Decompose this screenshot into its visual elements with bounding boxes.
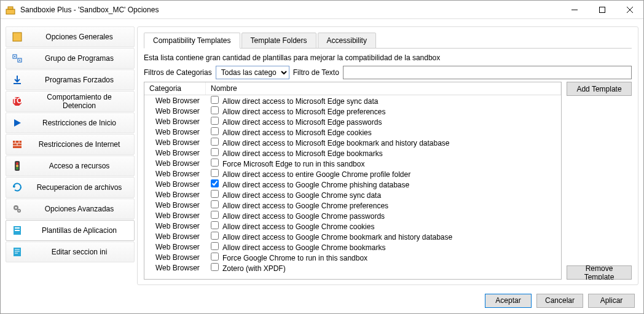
row-name: Allow direct access to entire Google Chr… — [222, 170, 410, 179]
row-checkbox[interactable] — [211, 179, 219, 187]
sidebar-item-ini[interactable]: Editar seccion ini — [6, 241, 135, 262]
table-row[interactable]: Web BrowserAllow direct access to Google… — [144, 241, 561, 252]
ini-icon — [11, 246, 23, 258]
row-name: Zotero (with XPDF) — [222, 264, 286, 273]
row-checkbox[interactable] — [211, 190, 219, 198]
row-checkbox[interactable] — [211, 96, 219, 104]
row-checkbox[interactable] — [211, 200, 219, 208]
sidebar-item-label: Plantillas de Aplicacion — [29, 226, 129, 235]
svg-marker-14 — [14, 119, 21, 127]
table-row[interactable]: Web BrowserAllow direct access to entire… — [144, 168, 561, 179]
forced-icon — [11, 74, 23, 86]
row-checkbox[interactable] — [211, 138, 219, 146]
row-name: Allow direct access to Google Chrome coo… — [222, 222, 374, 231]
row-category: Web Browser — [149, 138, 211, 147]
table-row[interactable]: Web BrowserAllow direct access to Google… — [144, 200, 561, 210]
sidebar-item-gears[interactable]: Opciones Avanzadas — [6, 198, 135, 219]
table-row[interactable]: Web BrowserForce Google Chrome to run in… — [144, 252, 561, 262]
table-row[interactable]: Web BrowserForce Microsoft Edge to run i… — [144, 158, 561, 168]
sidebar-item-firewall[interactable]: Restricciones de Internet — [6, 134, 135, 155]
sidebar-item-forced[interactable]: Programas Forzados — [6, 69, 135, 90]
svg-point-22 — [16, 162, 18, 165]
sidebar-item-stop[interactable]: STOPComportamiento de Detencion — [6, 91, 135, 112]
add-template-button[interactable]: Add Template — [567, 82, 632, 96]
tab-template-folders[interactable]: Template Folders — [242, 33, 316, 49]
row-category: Web Browser — [149, 201, 211, 210]
apply-button[interactable]: Aplicar — [588, 294, 635, 308]
row-name: Force Google Chrome to run in this sandb… — [222, 254, 367, 262]
header-name[interactable]: Nombre — [206, 82, 561, 95]
table-row[interactable]: Web BrowserZotero (with XPDF) — [144, 262, 561, 273]
header-category[interactable]: Categoria — [144, 82, 206, 95]
row-checkbox[interactable] — [211, 148, 219, 156]
row-checkbox[interactable] — [211, 263, 219, 271]
cancel-button[interactable]: Cancelar — [536, 294, 583, 308]
side-buttons: Add Template Remove Template — [567, 82, 632, 280]
row-checkbox[interactable] — [211, 211, 219, 219]
tab-compatibility-templates[interactable]: Compatibility Templates — [144, 33, 240, 49]
sidebar-item-label: Opciones Avanzadas — [29, 205, 129, 213]
row-name-cell: Allow direct access to Microsoft Edge bo… — [211, 148, 556, 158]
row-category: Web Browser — [149, 264, 211, 272]
table-row[interactable]: Web BrowserAllow direct access to Micros… — [144, 95, 561, 106]
sidebar-item-group[interactable]: Grupo de Programas — [6, 48, 135, 69]
row-name-cell: Allow direct access to Google Chrome boo… — [211, 232, 556, 241]
table-row[interactable]: Web BrowserAllow direct access to Micros… — [144, 127, 561, 137]
sidebar-item-template[interactable]: Plantillas de Aplicacion — [6, 220, 135, 241]
row-checkbox[interactable] — [211, 232, 219, 240]
svg-rect-1 — [8, 7, 13, 9]
svg-rect-6 — [13, 33, 22, 41]
row-checkbox[interactable] — [211, 159, 219, 167]
table-body[interactable]: Web BrowserAllow direct access to Micros… — [144, 95, 561, 279]
tab-bar: Compatibility TemplatesTemplate FoldersA… — [144, 32, 632, 49]
table-row[interactable]: Web BrowserAllow direct access to Google… — [144, 179, 561, 189]
row-checkbox[interactable] — [211, 127, 219, 135]
sidebar-item-recover[interactable]: Recuperacion de archivos — [6, 177, 135, 198]
svg-rect-3 — [599, 7, 605, 12]
row-name-cell: Allow direct access to Google Chrome syn… — [211, 190, 556, 200]
table-row[interactable]: Web BrowserAllow direct access to Google… — [144, 231, 561, 241]
svg-rect-32 — [15, 230, 20, 231]
svg-point-24 — [16, 167, 18, 170]
row-category: Web Browser — [149, 170, 211, 178]
close-button[interactable] — [616, 1, 643, 19]
row-checkbox[interactable] — [211, 169, 219, 177]
row-category: Web Browser — [149, 159, 211, 168]
table-row[interactable]: Web BrowserAllow direct access to Google… — [144, 189, 561, 200]
minimize-button[interactable] — [560, 1, 588, 19]
svg-point-10 — [19, 60, 20, 61]
row-checkbox[interactable] — [211, 242, 219, 250]
sidebar-item-play[interactable]: Restricciones de Inicio — [6, 112, 135, 133]
maximize-button[interactable] — [588, 1, 616, 19]
row-category: Web Browser — [149, 180, 211, 189]
category-filter-select[interactable]: Todas las categorias — [216, 66, 289, 79]
row-name-cell: Force Microsoft Edge to run in this sand… — [211, 159, 556, 168]
row-name: Allow direct access to Google Chrome boo… — [222, 233, 452, 241]
row-checkbox[interactable] — [211, 117, 219, 125]
table-row[interactable]: Web BrowserAllow direct access to Micros… — [144, 106, 561, 116]
svg-point-27 — [15, 207, 17, 209]
remove-template-button[interactable]: Remove Template — [567, 265, 632, 280]
row-name: Allow direct access to Microsoft Edge pa… — [222, 118, 382, 127]
table-row[interactable]: Web BrowserAllow direct access to Google… — [144, 210, 561, 221]
table-header: Categoria Nombre — [144, 82, 561, 95]
row-checkbox[interactable] — [211, 106, 219, 114]
row-name-cell: Allow direct access to Google Chrome pas… — [211, 211, 556, 221]
text-filter-input[interactable] — [343, 66, 632, 79]
table-row[interactable]: Web BrowserAllow direct access to Micros… — [144, 137, 561, 147]
svg-rect-31 — [15, 227, 20, 229]
sidebar-item-traffic[interactable]: Acceso a recursos — [6, 155, 135, 176]
row-category: Web Browser — [149, 211, 211, 220]
sidebar-item-general[interactable]: Opciones Generales — [6, 26, 135, 47]
ok-button[interactable]: Aceptar — [485, 294, 532, 308]
table-row[interactable]: Web BrowserAllow direct access to Micros… — [144, 116, 561, 127]
svg-text:STOP: STOP — [12, 96, 23, 105]
tab-accessibility[interactable]: Accessibility — [318, 33, 376, 49]
row-checkbox[interactable] — [211, 221, 219, 229]
sidebar-item-label: Restricciones de Inicio — [29, 119, 129, 127]
table-row[interactable]: Web BrowserAllow direct access to Google… — [144, 221, 561, 231]
sidebar-item-label: Grupo de Programas — [29, 54, 129, 63]
table-row[interactable]: Web BrowserAllow direct access to Micros… — [144, 147, 561, 158]
row-checkbox[interactable] — [211, 253, 219, 261]
row-category: Web Browser — [149, 232, 211, 241]
